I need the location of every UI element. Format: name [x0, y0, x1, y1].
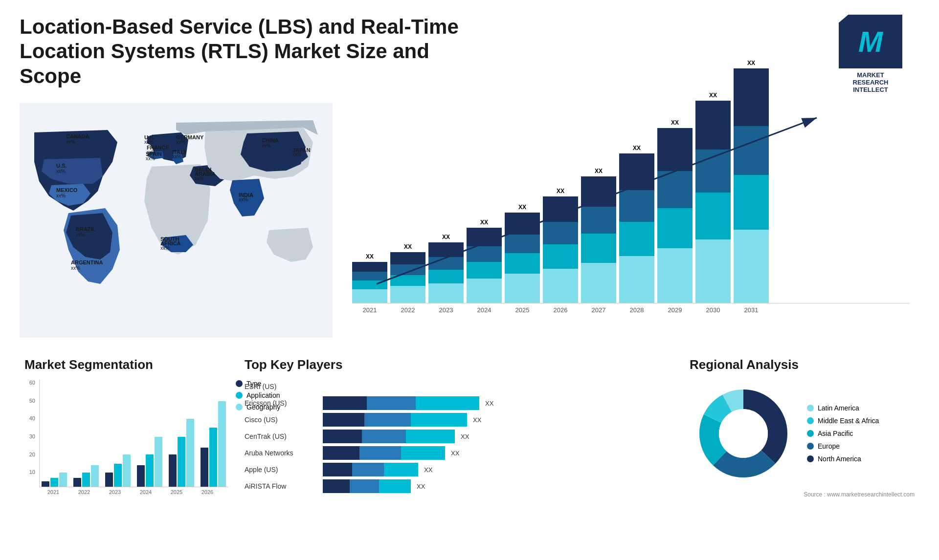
brazil-value: xx% [76, 232, 85, 237]
seg-app-2021 [50, 478, 58, 487]
bar-aruba-3 [401, 446, 445, 460]
bottom-sections: Market Segmentation 60 50 40 30 20 10 [20, 352, 919, 503]
bar-2030-seg1 [695, 239, 731, 303]
bar-2024-seg3 [467, 246, 502, 262]
bar-ericsson-3 [416, 396, 479, 410]
map-container: CANADA xx% U.S. xx% MEXICO xx% BRAZIL xx… [20, 103, 333, 338]
bar-2024-seg4 [467, 228, 502, 246]
player-bar-centrak: XX [323, 430, 665, 443]
bar-group-2021: XX [352, 253, 387, 303]
player-name-centrak: CenTrak (US) [245, 432, 318, 440]
player-row-cisco: Cisco (US) XX [245, 413, 665, 427]
bar-label-2029: XX [671, 119, 679, 126]
bar-label-2026: XX [557, 188, 564, 194]
regional-section: Regional Analysis [685, 352, 919, 503]
y-50: 50 [24, 398, 35, 404]
page-title: Location-Based Service (LBS) and Real-Ti… [20, 15, 460, 88]
seg-geo-2024 [155, 437, 162, 487]
seg-type-2024 [137, 465, 145, 487]
y-30: 30 [24, 433, 35, 439]
mexico-value: xx% [56, 193, 66, 198]
italy-value: xx% [172, 154, 181, 159]
segmentation-section: Market Segmentation 60 50 40 30 20 10 [20, 352, 225, 503]
reg-legend-asia: Asia Pacific [807, 430, 879, 437]
spain-value: xx% [146, 156, 155, 161]
player-xx-aruba: XX [451, 450, 459, 457]
bar-2026-seg4 [543, 196, 578, 222]
player-row-apple: Apple (US) XX [245, 463, 665, 476]
seg-year-2025 [167, 419, 196, 487]
bar-group-2031: XX [734, 60, 769, 303]
source-text: Source : www.marketresearchintellect.com [690, 491, 915, 498]
seg-chart-wrapper: 60 50 40 30 20 10 [24, 380, 220, 495]
saudi-value: xx% [195, 176, 204, 181]
logo-box: M [839, 15, 902, 68]
reg-dot-latam [807, 405, 814, 411]
reg-legend-latam: Latin America [807, 404, 879, 412]
reg-legend-mea: Middle East & Africa [807, 417, 879, 425]
bar-2024-seg2 [467, 262, 502, 279]
reg-legend-north-america: North America [807, 455, 879, 463]
bar-centrak-1 [323, 430, 362, 443]
bar-2026-seg1 [543, 269, 578, 303]
player-bar-apple-bars [323, 463, 418, 476]
seg-chart-row: 60 50 40 30 20 10 [24, 380, 228, 487]
bar-2022-seg2 [390, 275, 425, 286]
us-value: xx% [56, 169, 66, 174]
bar-label-2031: XX [747, 60, 755, 66]
bar-2030-seg4 [695, 101, 731, 150]
map-section: CANADA xx% U.S. xx% MEXICO xx% BRAZIL xx… [20, 103, 333, 338]
player-bar-apple: XX [323, 463, 665, 476]
x-label-2024: 2024 [467, 306, 502, 314]
logo-area: M MARKET RESEARCH INTELLECT [822, 15, 919, 93]
bar-2029-seg4 [657, 128, 693, 171]
bar-2021-seg1 [352, 289, 387, 303]
x-label-2023: 2023 [428, 306, 464, 314]
logo-line3: INTELLECT [853, 86, 889, 93]
x-label-2022: 2022 [390, 306, 425, 314]
bar-2024-seg1 [467, 279, 502, 303]
player-xx-cisco: XX [473, 416, 481, 424]
seg-geo-2026 [218, 401, 226, 487]
bar-airista-2 [350, 479, 379, 493]
reg-label-europe: Europe [818, 442, 840, 450]
bar-group-2030: XX [695, 92, 731, 303]
bar-group-2022: XX [390, 243, 425, 303]
player-name-ericsson: Ericsson (US) [245, 399, 318, 407]
player-name-esri: ESRI (US) [245, 383, 318, 390]
player-bar-ericsson: XX [323, 396, 665, 410]
bar-2031-seg2 [734, 175, 769, 230]
y-20: 20 [24, 452, 35, 457]
regional-title: Regional Analysis [690, 357, 915, 372]
segmentation-title: Market Segmentation [24, 357, 220, 372]
logo-line2: RESEARCH [853, 79, 889, 86]
player-bar-airista-bars [323, 479, 411, 493]
player-row-airista: AiRISTA Flow XX [245, 479, 665, 493]
bar-2027-seg1 [581, 263, 616, 303]
bar-2028-seg2 [619, 222, 654, 256]
seg-type-2022 [73, 478, 81, 487]
seg-type-2026 [201, 448, 208, 487]
y-10: 10 [24, 469, 35, 475]
bar-label-2021: XX [366, 253, 374, 260]
y-40: 40 [24, 415, 35, 421]
player-bar-aruba-bars [323, 446, 445, 460]
player-name-apple: Apple (US) [245, 466, 318, 474]
japan-value: xx% [292, 152, 302, 157]
seg-geo-2023 [123, 454, 131, 487]
bar-centrak-2 [362, 430, 406, 443]
brazil-label: BRAZIL [76, 226, 96, 232]
bar-group-2025: XX [505, 204, 540, 303]
bar-apple-3 [384, 463, 418, 476]
player-row-centrak: CenTrak (US) XX [245, 430, 665, 443]
player-bar-airista: XX [323, 479, 665, 493]
player-name-cisco: Cisco (US) [245, 416, 318, 424]
bar-apple-1 [323, 463, 352, 476]
bar-group-2029: XX [657, 119, 693, 303]
bar-airista-1 [323, 479, 350, 493]
argentina-label: ARGENTINA [71, 259, 103, 265]
player-bar-centrak-bars [323, 430, 455, 443]
bar-2022-seg3 [390, 264, 425, 275]
bar-label-2027: XX [595, 168, 603, 174]
seg-type-2023 [105, 473, 113, 487]
